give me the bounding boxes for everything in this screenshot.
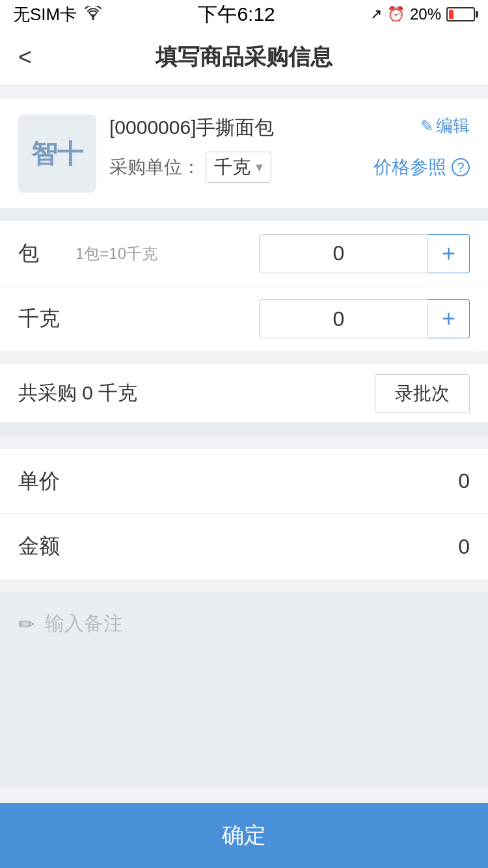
edit-label: 编辑 <box>436 115 470 137</box>
amount-label: 金额 <box>18 532 60 561</box>
price-ref-button[interactable]: 价格参照 ? <box>373 155 470 180</box>
product-image: 智十 <box>18 115 96 193</box>
status-right: ↗ ⏰ 20% <box>370 5 475 23</box>
unit-select[interactable]: 千克 ▾ <box>206 152 271 183</box>
product-card: 智十 [0000006]手撕面包 ✎ 编辑 采购单位： 千克 ▾ 价格参照 ? <box>0 99 488 208</box>
pack-sublabel: 1包=10千克 <box>75 243 157 264</box>
info-icon: ? <box>452 158 470 176</box>
note-section[interactable]: ✏ 输入备注 <box>0 592 488 787</box>
amount-value: 0 <box>458 535 470 559</box>
unit-label: 采购单位： <box>109 155 200 180</box>
pack-label: 包 <box>18 239 70 268</box>
unit-price-value: 0 <box>458 469 470 493</box>
unit-price-label: 单价 <box>18 467 60 496</box>
pack-input-group: + <box>259 234 470 273</box>
unit-price-row: 单价 0 <box>0 449 488 514</box>
kg-plus-button[interactable]: + <box>428 299 470 338</box>
pack-input-row: 包 1包=10千克 + <box>0 221 488 286</box>
alarm-icon: ⏰ <box>387 6 405 23</box>
pack-quantity-input[interactable] <box>259 234 428 273</box>
status-left: 无SIM卡 <box>13 3 103 26</box>
location-icon: ↗ <box>370 6 382 23</box>
section-divider-2 <box>0 423 488 436</box>
battery-icon <box>446 7 475 21</box>
summary-text: 共采购 0 千克 <box>18 380 137 407</box>
input-section: 包 1包=10千克 + 千克 + <box>0 221 488 351</box>
edit-icon: ✎ <box>420 117 433 135</box>
price-ref-label: 价格参照 <box>373 155 446 180</box>
wifi-icon <box>83 5 103 25</box>
edit-button[interactable]: ✎ 编辑 <box>420 115 470 137</box>
product-info: [0000006]手撕面包 ✎ 编辑 采购单位： 千克 ▾ 价格参照 ? <box>109 115 470 183</box>
status-time: 下午6:12 <box>198 1 275 28</box>
status-bar: 无SIM卡 下午6:12 ↗ ⏰ 20% <box>0 0 488 29</box>
kg-input-row: 千克 + <box>0 286 488 351</box>
batch-button[interactable]: 录批次 <box>375 374 470 413</box>
page-title: 填写商品采购信息 <box>156 42 332 72</box>
section-divider-1 <box>0 208 488 221</box>
carrier-text: 无SIM卡 <box>13 3 77 26</box>
product-logo: 智十 <box>31 136 83 172</box>
amount-row: 金额 0 <box>0 514 488 579</box>
nav-bar: < 填写商品采购信息 <box>0 29 488 86</box>
product-name: [0000006]手撕面包 <box>109 115 274 141</box>
pack-plus-button[interactable]: + <box>428 234 470 273</box>
unit-value: 千克 <box>214 155 251 180</box>
battery-percent: 20% <box>410 5 441 23</box>
chevron-down-icon: ▾ <box>256 159 263 176</box>
kg-quantity-input[interactable] <box>259 299 428 338</box>
pencil-icon: ✏ <box>18 613 34 636</box>
back-button[interactable]: < <box>18 44 32 71</box>
price-section: 单价 0 金额 0 <box>0 449 488 579</box>
svg-point-0 <box>92 18 94 20</box>
note-placeholder: 输入备注 <box>45 610 123 637</box>
kg-input-group: + <box>259 299 470 338</box>
kg-label: 千克 <box>18 305 70 333</box>
confirm-button[interactable]: 确定 <box>0 803 488 868</box>
summary-section: 共采购 0 千克 录批次 <box>0 364 488 423</box>
